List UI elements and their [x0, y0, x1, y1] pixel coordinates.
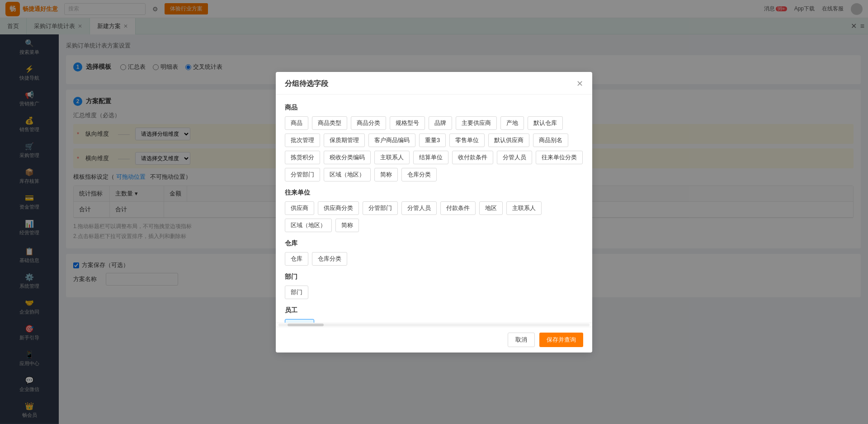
warehouse-fields: 仓库 仓库分类 [285, 252, 583, 266]
field-tag-dept2[interactable]: 部门 [285, 286, 308, 299]
cancel-button[interactable]: 取消 [508, 333, 535, 347]
modal-title: 分组待选字段 [285, 79, 328, 89]
field-tag-batch[interactable]: 批次管理 [285, 133, 320, 147]
modal-overlay[interactable]: 分组待选字段 ✕ 商品 商品 商品类型 商品分类 规格型号 品牌 主要供应商 [59, 34, 868, 424]
group-dept-title: 部门 [285, 273, 583, 281]
field-tag-tax-code[interactable]: 税收分类编码 [324, 151, 371, 164]
field-tag-main-supplier[interactable]: 主要供应商 [456, 116, 497, 130]
field-tag-partner-manager[interactable]: 分管人员 [401, 201, 437, 215]
dept-fields: 部门 [285, 286, 583, 299]
group-partner: 往来单位 供应商 供应商分类 分管部门 分管人员 付款条件 地区 主联系人 区域… [285, 189, 583, 232]
field-tag-supplier-class[interactable]: 供应商分类 [318, 201, 359, 215]
modal-header: 分组待选字段 ✕ [276, 72, 592, 95]
field-tag-area[interactable]: 地区 [479, 201, 503, 215]
group-warehouse-title: 仓库 [285, 239, 583, 248]
field-tag-dept[interactable]: 分管部门 [285, 168, 320, 181]
field-tag-origin[interactable]: 产地 [500, 116, 524, 130]
field-tag-supplier[interactable]: 供应商 [285, 201, 314, 215]
modal-footer: 取消 保存并查询 [276, 327, 592, 353]
field-tag-product-alias[interactable]: 商品别名 [533, 133, 568, 147]
modal-close-btn[interactable]: ✕ [576, 80, 583, 88]
field-tag-settlement[interactable]: 结算单位 [413, 151, 448, 164]
field-tag-abbr[interactable]: 简称 [374, 168, 398, 181]
field-tag-retail-unit[interactable]: 零售单位 [449, 133, 485, 147]
field-tag-abbr2[interactable]: 简称 [335, 219, 359, 232]
field-tag-expiry[interactable]: 保质期管理 [324, 133, 365, 147]
field-tag-salesperson[interactable]: 业务员 [285, 319, 314, 323]
group-employee: 员工 业务员 [285, 306, 583, 323]
field-tag-partner-class[interactable]: 往来单位分类 [536, 151, 583, 164]
modal: 分组待选字段 ✕ 商品 商品 商品类型 商品分类 规格型号 品牌 主要供应商 [276, 72, 592, 353]
save-query-button[interactable]: 保存并查询 [539, 333, 583, 347]
field-tag-manager[interactable]: 分管人员 [497, 151, 532, 164]
field-tag-main-contact[interactable]: 主联系人 [374, 151, 410, 164]
group-product-title: 商品 [285, 104, 583, 112]
field-tag-product[interactable]: 商品 [285, 116, 308, 130]
field-tag-partner-dept[interactable]: 分管部门 [363, 201, 398, 215]
group-employee-title: 员工 [285, 306, 583, 314]
field-tag-weight[interactable]: 重量3 [419, 133, 446, 147]
employee-fields: 业务员 [285, 319, 583, 323]
field-tag-wh-class2[interactable]: 仓库分类 [312, 252, 347, 266]
modal-hscroll[interactable] [276, 323, 592, 327]
group-dept: 部门 部门 [285, 273, 583, 299]
modal-body: 商品 商品 商品类型 商品分类 规格型号 品牌 主要供应商 产地 默认仓库 批次… [276, 95, 592, 323]
field-tag-pick-points[interactable]: 拣货积分 [285, 151, 320, 164]
field-tag-spec-model[interactable]: 规格型号 [390, 116, 425, 130]
field-tag-product-class[interactable]: 商品分类 [351, 116, 386, 130]
field-tag-product-type[interactable]: 商品类型 [312, 116, 347, 130]
field-tag-wh-class[interactable]: 仓库分类 [401, 168, 437, 181]
field-tag-brand[interactable]: 品牌 [429, 116, 452, 130]
partner-fields: 供应商 供应商分类 分管部门 分管人员 付款条件 地区 主联系人 区域（地区） … [285, 201, 583, 232]
field-tag-default-supplier[interactable]: 默认供应商 [488, 133, 529, 147]
group-partner-title: 往来单位 [285, 189, 583, 197]
main-content: 采购订单统计表方案设置 1 选择模板 汇总表 明细表 交叉统计表 2 方案配置 … [59, 34, 868, 424]
field-tag-region[interactable]: 区域（地区） [324, 168, 371, 181]
field-tag-wh[interactable]: 仓库 [285, 252, 308, 266]
group-product: 商品 商品 商品类型 商品分类 规格型号 品牌 主要供应商 产地 默认仓库 批次… [285, 104, 583, 181]
field-tag-payment-terms[interactable]: 收付款条件 [452, 151, 493, 164]
product-fields: 商品 商品类型 商品分类 规格型号 品牌 主要供应商 产地 默认仓库 批次管理 … [285, 116, 583, 181]
field-tag-default-wh[interactable]: 默认仓库 [528, 116, 563, 130]
field-tag-region2[interactable]: 区域（地区） [285, 219, 332, 232]
field-tag-contact[interactable]: 主联系人 [506, 201, 542, 215]
field-tag-cust-code[interactable]: 客户商品编码 [368, 133, 415, 147]
group-warehouse: 仓库 仓库 仓库分类 [285, 239, 583, 266]
field-tag-payment-cond[interactable]: 付款条件 [440, 201, 476, 215]
